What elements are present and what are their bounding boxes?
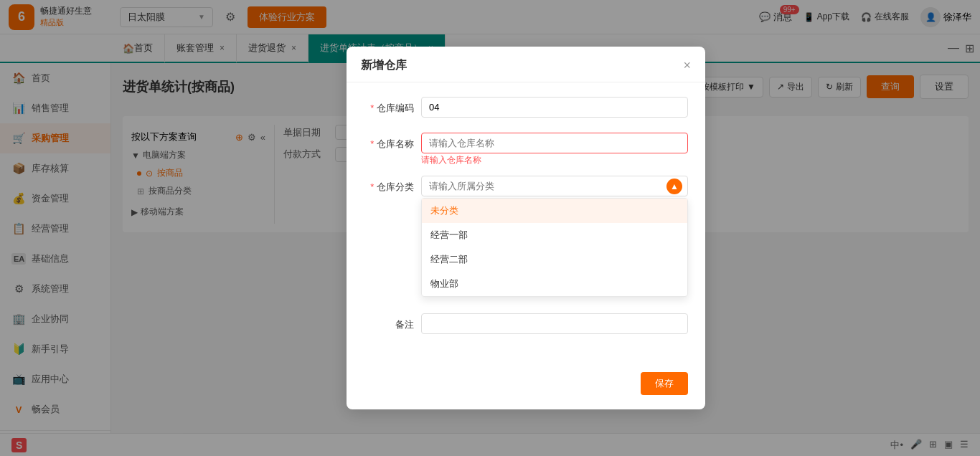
code-input[interactable]: [421, 97, 688, 118]
category-dropdown-toggle[interactable]: ▲: [666, 179, 682, 194]
form-row-name: 仓库名称 请输入仓库名称: [364, 133, 688, 156]
dropdown-option-dept3[interactable]: 物业部: [422, 272, 687, 296]
dropdown-option-unclassified[interactable]: 未分类: [422, 199, 687, 223]
note-label: 备注: [364, 313, 421, 336]
modal-close-button[interactable]: ×: [683, 58, 691, 73]
form-row-code: 仓库编码: [364, 97, 688, 120]
modal-title: 新增仓库: [361, 58, 407, 73]
name-label: 仓库名称: [364, 133, 421, 156]
dropdown-option-dept1[interactable]: 经营一部: [422, 223, 687, 247]
form-row-note: 备注: [364, 313, 688, 336]
form-row-category: 仓库分类 ▲ 未分类 经营一部 经营二部 物业部: [364, 176, 688, 199]
save-button[interactable]: 保存: [641, 372, 688, 395]
modal-header: 新增仓库 ×: [347, 47, 705, 82]
name-error-message: 请输入仓库名称: [421, 154, 481, 166]
new-warehouse-modal: 新增仓库 × 仓库编码 仓库名称 请输入仓库名称 仓库分类 ▲ 未分类 经营一部: [347, 47, 705, 409]
dropdown-option-dept2[interactable]: 经营二部: [422, 247, 687, 272]
code-label: 仓库编码: [364, 97, 421, 120]
category-input[interactable]: [421, 176, 688, 196]
category-dropdown-list: 未分类 经营一部 经营二部 物业部: [421, 198, 688, 297]
category-label: 仓库分类: [364, 176, 421, 199]
modal-footer: 保存: [347, 364, 705, 409]
category-dropdown-container: ▲ 未分类 经营一部 经营二部 物业部: [421, 176, 688, 196]
name-input[interactable]: [421, 133, 688, 153]
modal-body: 仓库编码 仓库名称 请输入仓库名称 仓库分类 ▲ 未分类 经营一部 经营二部 物…: [347, 82, 705, 364]
note-input[interactable]: [421, 313, 688, 334]
